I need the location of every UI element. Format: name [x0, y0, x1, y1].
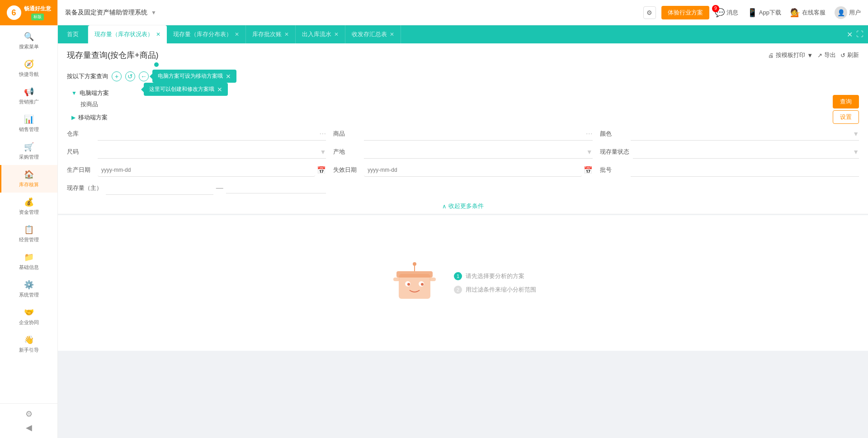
gear-button[interactable]: ⚙ — [643, 6, 656, 19]
newbie-icon: 👋 — [24, 335, 34, 345]
print-button[interactable]: 🖨 按模板打印 ▼ — [768, 51, 813, 59]
system-name: 装备及固定资产辅助管理系统 — [65, 9, 147, 17]
empty-step-2: 2 用过滤条件来缩小分析范围 — [454, 286, 536, 294]
setting-button[interactable]: 设置 — [833, 110, 859, 124]
query-buttons-panel: 查询 设置 — [833, 95, 859, 124]
sidebar-item-sales[interactable]: 📊 销售管理 — [0, 110, 57, 137]
size-input[interactable]: ▼ — [98, 145, 326, 159]
logo-badge: 标版 — [31, 14, 44, 20]
tab-receipt-summary[interactable]: 收发存汇总表 ✕ — [345, 25, 401, 43]
sidebar-item-guide[interactable]: 🧭 快捷导航 — [0, 55, 57, 82]
empty-state: 1 请先选择要分析的方案 2 用过滤条件来缩小分析范围 — [58, 215, 868, 351]
sidebar-item-search[interactable]: 🔍 搜索菜单 — [0, 27, 57, 55]
svg-rect-1 — [396, 271, 433, 278]
export-button[interactable]: ↗ 导出 — [817, 51, 836, 59]
warehouse-input[interactable]: ··· — [98, 127, 326, 141]
sidebar-item-operations[interactable]: 📋 经营管理 — [0, 220, 57, 248]
search-icon: 🔍 — [24, 32, 34, 42]
sidebar-item-marketing[interactable]: 📢 营销推广 — [0, 82, 57, 110]
filter-label: 按以下方案查询 — [67, 72, 108, 80]
batch-input[interactable] — [631, 163, 859, 177]
user-avatar-button[interactable]: 👤 用户 — [835, 6, 861, 19]
tab-home[interactable]: 首页 — [58, 25, 88, 43]
main-inventory-range: — — [106, 181, 326, 195]
calendar-production-icon[interactable]: 📅 — [317, 166, 326, 174]
settings-footer-icon[interactable]: ⚙ — [25, 409, 33, 419]
filter-field-production-date: 生产日期 📅 — [67, 163, 326, 177]
marketing-icon: 📢 — [24, 87, 34, 97]
tab-close-batch[interactable]: ✕ — [284, 31, 289, 38]
tab-inventory-status[interactable]: 现存量（库存状况表） ✕ — [88, 25, 167, 43]
tab-close-summary[interactable]: ✕ — [390, 31, 394, 38]
collapse-label: 收起更多条件 — [448, 202, 484, 210]
empty-content: 1 请先选择要分析的方案 2 用过滤条件来缩小分析范围 — [390, 260, 536, 306]
back-arrow-button[interactable]: ← — [139, 71, 149, 81]
refresh-scheme-button[interactable]: ↺ — [125, 71, 135, 81]
filter-field-expiry-date: 失效日期 📅 — [333, 163, 592, 177]
step-1-badge: 1 — [454, 272, 462, 280]
sidebar-item-enterprise[interactable]: 🤝 企业协同 — [0, 303, 57, 330]
inventory-status-input[interactable]: ▼ — [633, 145, 859, 159]
chevron-right-icon: ▼ — [71, 90, 77, 96]
tab-close-distribution[interactable]: ✕ — [235, 31, 239, 38]
tab-in-out-flow[interactable]: 出入库流水 ✕ — [296, 25, 345, 43]
expiry-date-start[interactable] — [364, 163, 581, 177]
filter-row-3: 生产日期 📅 失效日期 📅 — [67, 163, 859, 177]
refresh-icon: ↺ — [840, 52, 845, 59]
export-icon: ↗ — [817, 52, 822, 59]
message-button[interactable]: 💬 9 消息 — [715, 8, 738, 18]
page-title: 现存量查询(按仓库+商品) — [67, 50, 159, 61]
query-button[interactable]: 查询 — [833, 95, 859, 108]
scheme-sub-item[interactable]: 按商品 — [76, 99, 859, 110]
close-pc-tooltip[interactable]: ✕ — [226, 73, 231, 80]
close-all-icon[interactable]: ✕ — [847, 30, 853, 39]
tab-inventory-distribution[interactable]: 现存量（库存分布表） ✕ — [167, 25, 246, 43]
collapse-row[interactable]: ∧ 收起更多条件 — [67, 198, 859, 214]
online-service-button[interactable]: 💁 在线客服 — [790, 8, 826, 18]
sidebar-item-basic[interactable]: 📁 基础信息 — [0, 248, 57, 275]
app-download-button[interactable]: 📱 App下载 — [747, 8, 781, 18]
goods-input[interactable]: ··· — [364, 127, 592, 141]
refresh-button[interactable]: ↺ 刷新 — [840, 51, 859, 59]
operations-icon: 📋 — [24, 225, 34, 235]
add-scheme-button[interactable]: + — [112, 71, 122, 81]
sidebar-item-inventory[interactable]: 🏠 库存核算 — [0, 165, 57, 193]
tab-close-flow[interactable]: ✕ — [334, 31, 339, 38]
sidebar-logo: 6 畅通好生意 标版 — [0, 0, 57, 25]
sidebar-item-purchase[interactable]: 🛒 采购管理 — [0, 137, 57, 165]
sidebar-item-finance[interactable]: 💰 资金管理 — [0, 193, 57, 220]
sidebar-item-system[interactable]: ⚙️ 系统管理 — [0, 275, 57, 303]
service-icon: 💁 — [790, 8, 800, 18]
color-input[interactable]: ▼ — [631, 127, 859, 141]
scheme-mobile-item[interactable]: ▶ 移动端方案 — [67, 112, 859, 123]
dots-goods-icon: ··· — [586, 129, 593, 138]
sidebar-item-newbie[interactable]: 👋 新手引导 — [0, 330, 57, 358]
close-edit-tooltip[interactable]: ✕ — [217, 86, 222, 93]
calendar-expiry-icon[interactable]: 📅 — [584, 166, 593, 174]
collapse-sidebar-icon[interactable]: ◀ — [26, 423, 32, 433]
tab-batch-account[interactable]: 库存批次账 ✕ — [246, 25, 296, 43]
origin-input[interactable]: ▼ — [364, 145, 592, 159]
compass-icon: 🧭 — [24, 59, 34, 69]
filter-field-inventory-status: 现存量状态 ▼ — [600, 145, 859, 159]
trial-button[interactable]: 体验行业方案 — [661, 6, 709, 19]
filter-field-main-inventory: 现存量（主） — — [67, 181, 326, 195]
system-icon: ⚙️ — [24, 280, 34, 290]
app-download-label: App下载 — [759, 9, 781, 17]
content-area: 现存量查询(按仓库+商品) 🖨 按模板打印 ▼ ↗ 导出 ↺ 刷新 — [58, 43, 868, 438]
empty-step-1-text: 请先选择要分析的方案 — [466, 272, 524, 280]
fullscreen-icon[interactable]: ⛶ — [856, 30, 863, 38]
inventory-min-input[interactable] — [106, 181, 213, 195]
sales-icon: 📊 — [24, 114, 34, 124]
production-date-start[interactable] — [98, 163, 315, 177]
main-area: 装备及固定资产辅助管理系统 ▼ ⚙ 体验行业方案 💬 9 消息 📱 App下载 … — [58, 0, 868, 438]
svg-point-5 — [421, 283, 424, 286]
topbar-system: 装备及固定资产辅助管理系统 ▼ — [65, 9, 638, 17]
pc-scheme-tooltip: 电脑方案可设为移动方案哦 ✕ — [152, 70, 236, 83]
scheme-section: ▼ 电脑端方案 按商品 这里可以创建和修改方案哦 ✕ — [67, 87, 859, 123]
message-label: 消息 — [726, 9, 738, 17]
empty-step-2-text: 用过滤条件来缩小分析范围 — [466, 286, 536, 294]
tab-close-inventory-status[interactable]: ✕ — [156, 31, 160, 38]
basic-icon: 📁 — [24, 252, 34, 262]
topbar-right: 💬 9 消息 📱 App下载 💁 在线客服 👤 用户 — [715, 6, 861, 19]
